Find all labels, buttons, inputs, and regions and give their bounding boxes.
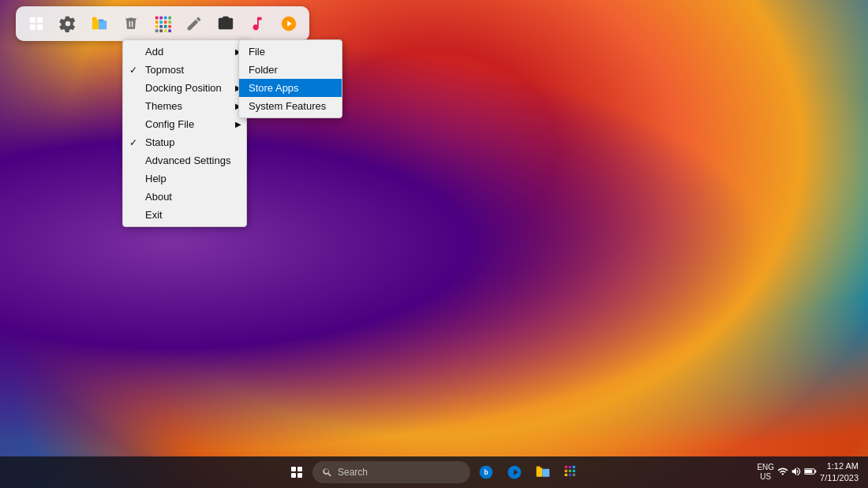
menu-item-startup[interactable]: ✓ Statup (123, 133, 246, 151)
menu-item-add-label: Add (145, 46, 163, 58)
dock-toolbar (16, 6, 309, 41)
svg-rect-37 (805, 470, 812, 474)
app-manager-icon[interactable] (148, 9, 177, 38)
file-explorer-icon[interactable] (85, 9, 114, 38)
start-button[interactable] (22, 9, 51, 38)
taskbar-start-button[interactable] (284, 460, 309, 485)
clock-display[interactable]: 1:12 AM 7/11/2023 (820, 460, 859, 485)
menu-item-themes[interactable]: Themes ▶ (123, 97, 246, 115)
edge-icon[interactable] (502, 460, 527, 485)
add-submenu-container: File Folder Store Apps System Features (238, 39, 342, 118)
menu-item-about-label: About (145, 191, 172, 203)
svg-rect-9 (159, 20, 163, 24)
submenu-folder-label: Folder (249, 64, 278, 76)
svg-rect-26 (542, 469, 549, 477)
svg-rect-17 (159, 29, 163, 32)
pencil-icon[interactable] (180, 9, 208, 38)
svg-rect-2 (99, 20, 107, 29)
svg-rect-5 (159, 17, 163, 20)
arrow-icon: ▶ (235, 120, 241, 129)
taskbar-right: ENG US (757, 460, 868, 485)
submenu-item-system-features[interactable]: System Features (239, 97, 342, 115)
svg-rect-1 (92, 17, 97, 20)
date: 7/11/2023 (820, 472, 859, 484)
menu-item-help-label: Help (145, 173, 166, 184)
menu-item-exit[interactable]: Exit (123, 206, 246, 224)
music-icon[interactable] (243, 9, 271, 38)
svg-rect-31 (569, 470, 571, 472)
svg-rect-10 (164, 20, 167, 24)
wifi-icon[interactable] (777, 466, 788, 479)
menu-item-config-label: Config File (145, 118, 194, 130)
language-display: ENG US (757, 463, 774, 482)
time: 1:12 AM (820, 460, 859, 472)
svg-rect-12 (155, 25, 159, 28)
svg-rect-6 (164, 17, 167, 20)
svg-rect-32 (573, 470, 575, 472)
menu-item-exit-label: Exit (145, 209, 163, 221)
submenu-item-store-apps[interactable]: Store Apps (239, 79, 342, 97)
add-submenu: File Folder Store Apps System Features (238, 39, 342, 118)
camera-icon[interactable] (211, 9, 240, 38)
svg-rect-25 (537, 467, 541, 469)
svg-rect-16 (155, 29, 159, 32)
taskbar: Search b (0, 456, 868, 488)
system-tray-icons (777, 466, 817, 479)
svg-rect-7 (168, 17, 171, 20)
svg-rect-30 (565, 470, 567, 472)
svg-rect-15 (168, 25, 171, 28)
media-player-icon[interactable] (275, 9, 303, 38)
taskbar-store[interactable] (559, 460, 584, 485)
submenu-store-apps-label: Store Apps (249, 82, 299, 94)
search-placeholder: Search (338, 467, 368, 478)
check-icon: ✓ (129, 137, 137, 148)
volume-icon[interactable] (791, 466, 802, 479)
language-code: ENG (757, 463, 774, 472)
menu-item-docking-position[interactable]: Docking Position ▶ (123, 79, 246, 97)
taskbar-search[interactable]: Search (312, 461, 470, 483)
menu-item-advanced-label: Advanced Settings (145, 155, 230, 166)
menu-item-about[interactable]: About (123, 188, 246, 206)
svg-rect-34 (569, 474, 571, 476)
svg-rect-24 (537, 468, 543, 477)
submenu-item-file[interactable]: File (239, 43, 342, 61)
svg-rect-35 (573, 474, 575, 476)
svg-rect-18 (164, 29, 167, 32)
svg-rect-4 (155, 17, 159, 20)
bing-icon[interactable]: b (473, 460, 499, 485)
svg-rect-29 (573, 466, 575, 468)
svg-rect-19 (168, 29, 171, 32)
svg-rect-8 (155, 20, 159, 24)
battery-icon[interactable] (804, 466, 817, 479)
context-menu: Add ▶ ✓ Topmost Docking Position ▶ Theme… (122, 39, 247, 227)
svg-rect-3 (99, 20, 103, 22)
menu-item-advanced-settings[interactable]: Advanced Settings (123, 151, 246, 169)
svg-rect-14 (164, 25, 167, 28)
svg-rect-11 (168, 20, 171, 24)
submenu-system-features-label: System Features (249, 100, 326, 112)
menu-item-add[interactable]: Add ▶ (123, 43, 246, 61)
svg-rect-13 (159, 25, 163, 28)
submenu-item-folder[interactable]: Folder (239, 61, 342, 79)
taskbar-file-explorer[interactable] (530, 460, 556, 485)
svg-rect-27 (565, 466, 567, 468)
desktop: Add ▶ ✓ Topmost Docking Position ▶ Theme… (0, 0, 868, 488)
menu-item-startup-label: Statup (145, 136, 175, 148)
menu-item-topmost[interactable]: ✓ Topmost (123, 61, 246, 79)
menu-item-help[interactable]: Help (123, 169, 246, 188)
svg-rect-28 (569, 466, 571, 468)
taskbar-center: Search b (284, 460, 584, 485)
check-icon: ✓ (129, 65, 137, 76)
submenu-file-label: File (249, 46, 265, 58)
svg-rect-38 (814, 470, 816, 472)
settings-icon[interactable] (54, 9, 82, 38)
region-code: US (760, 472, 771, 482)
menu-item-docking-label: Docking Position (145, 82, 222, 94)
menu-item-themes-label: Themes (145, 100, 182, 112)
svg-rect-0 (92, 20, 99, 30)
svg-text:b: b (484, 468, 488, 476)
svg-rect-33 (565, 474, 567, 476)
recycle-bin-icon[interactable] (117, 9, 145, 38)
menu-item-topmost-label: Topmost (145, 64, 184, 76)
menu-item-config-file[interactable]: Config File ▶ (123, 115, 246, 133)
